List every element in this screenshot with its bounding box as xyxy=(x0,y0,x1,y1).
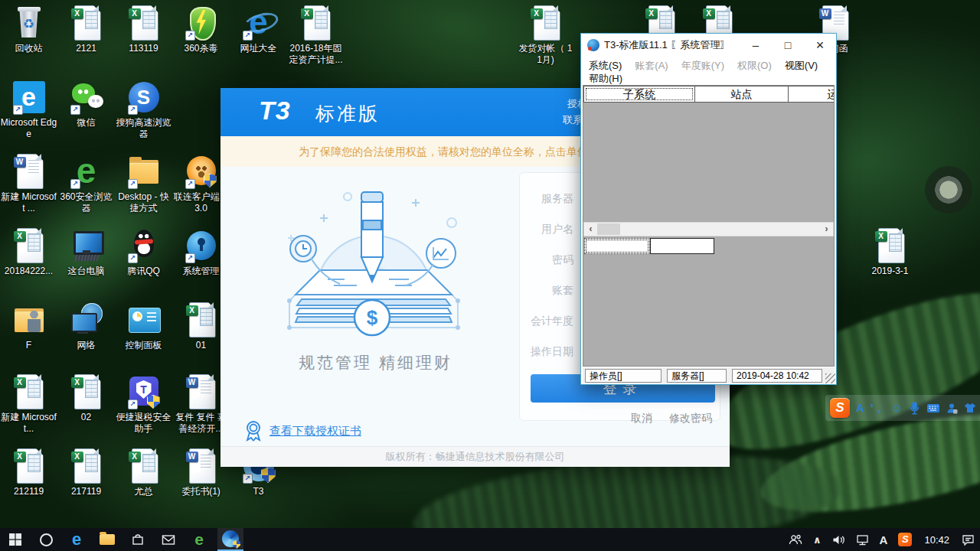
menu-item-3[interactable]: 权限(O) xyxy=(737,60,772,71)
account-icon[interactable] xyxy=(946,403,958,414)
volume-button[interactable] xyxy=(827,528,851,551)
people-button[interactable] xyxy=(783,528,808,551)
excel-icon xyxy=(68,373,105,410)
titlebar[interactable]: T3-标准版11.1 〖系统管理〗 xyxy=(581,34,836,57)
finance-illustration: $ xyxy=(274,180,473,348)
taskbar-store[interactable] xyxy=(122,528,153,551)
network-icon xyxy=(856,534,869,546)
desktop-icon-尤总[interactable]: 尤总 xyxy=(115,448,172,497)
shield360-icon xyxy=(183,5,220,41)
edge-icon xyxy=(72,530,81,549)
desktop-icon-360杀毒[interactable]: 360杀毒 xyxy=(172,5,230,54)
grid-cell[interactable] xyxy=(650,238,714,254)
desktop-icon-回收站[interactable]: 回收站 xyxy=(0,5,57,54)
folder-icon xyxy=(126,153,162,190)
wechat-icon xyxy=(68,79,105,116)
desktop-icon-F[interactable]: F xyxy=(0,302,57,351)
word-icon xyxy=(183,373,220,410)
desktop-icon-212119[interactable]: 212119 xyxy=(0,448,57,497)
tray-overflow-chevron[interactable]: ∧ xyxy=(808,528,827,551)
icon-label: 新建 Microsoft ... xyxy=(0,191,57,214)
grid-cell-selected[interactable] xyxy=(584,238,650,254)
voice-icon[interactable] xyxy=(909,402,920,415)
keyboard-icon[interactable] xyxy=(926,403,940,413)
menu-item-0[interactable]: 系统(S) xyxy=(589,60,622,71)
desktop-icon-便捷退税安全助手[interactable]: 便捷退税安全助手 xyxy=(115,373,172,435)
desktop-icon-微信[interactable]: 微信 xyxy=(57,79,115,129)
change-password-link[interactable]: 修改密码 xyxy=(669,412,712,424)
column-header-status[interactable]: 运行 xyxy=(789,86,835,103)
desktop-icon-Desktop - 快捷方式[interactable]: Desktop - 快捷方式 xyxy=(115,153,172,214)
taskbar-mail[interactable] xyxy=(153,528,184,551)
desktop-icon-2121[interactable]: 2121 xyxy=(57,5,115,54)
desktop-icon-网址大全[interactable]: 网址大全 xyxy=(230,5,287,54)
start-button[interactable] xyxy=(0,528,31,551)
desktop-icon-发货对帐（ 11月)[interactable]: 发货对帐（ 11月) xyxy=(517,5,574,66)
desktop-icon-20184222...[interactable]: 20184222... xyxy=(0,227,57,277)
menu-item-1[interactable]: 账套(A) xyxy=(635,60,668,71)
input-language-indicator[interactable]: A xyxy=(874,528,893,551)
desktop-icon-新建 Microsoft...[interactable]: 新建 Microsoft... xyxy=(0,373,57,435)
scroll-right-arrow-icon[interactable] xyxy=(820,223,833,236)
desktop-icon-网络[interactable]: 网络 xyxy=(57,302,115,351)
desktop-icon-控制面板[interactable]: 控制面板 xyxy=(115,302,172,351)
sysadmin-icon xyxy=(183,227,220,264)
maximize-button[interactable] xyxy=(772,34,804,57)
window-title: T3-标准版11.1 〖系统管理〗 xyxy=(604,38,740,52)
desktop-icon-腾讯QQ[interactable]: 腾讯QQ xyxy=(115,227,172,277)
excel-icon xyxy=(68,5,105,41)
excel-icon xyxy=(126,448,162,484)
skin-icon[interactable] xyxy=(964,403,976,413)
taskbar-360browser[interactable] xyxy=(184,528,214,551)
clock[interactable]: 10:42 xyxy=(917,528,956,551)
menu-help[interactable]: 帮助(H) xyxy=(589,73,622,84)
sogou-tray-button[interactable]: S xyxy=(893,528,917,551)
scroll-left-arrow-icon[interactable] xyxy=(584,223,597,236)
desktop-icon-搜狗高速浏览器[interactable]: 搜狗高速浏览器 xyxy=(115,79,172,140)
sogou-logo[interactable]: S xyxy=(830,398,850,418)
desktop-icon-02[interactable]: 02 xyxy=(57,373,115,423)
cortana-button[interactable] xyxy=(31,528,61,551)
desktop-icon-360安全浏览器[interactable]: 360安全浏览器 xyxy=(57,153,115,214)
input-mode-icon[interactable]: A xyxy=(856,399,864,416)
menu-item-2[interactable]: 年度账(Y) xyxy=(681,60,724,71)
view-certificate-link[interactable]: 查看下载授权证书 xyxy=(270,424,361,439)
excel-icon xyxy=(298,5,335,41)
desktop-icon-这台电脑[interactable]: 这台电脑 xyxy=(57,227,115,277)
desktop-icon-新建 Microsoft ...[interactable]: 新建 Microsoft ... xyxy=(0,153,57,214)
column-header-subsystem[interactable]: 子系统 xyxy=(583,86,695,103)
edge-icon xyxy=(11,79,47,116)
shortcut-arrow-icon xyxy=(243,474,253,484)
excel-icon xyxy=(528,5,564,41)
cpanel-icon xyxy=(126,302,162,338)
desktop-icon-2016-18年固定资产计提...[interactable]: 2016-18年固定资产计提... xyxy=(287,5,345,66)
action-center-button[interactable] xyxy=(956,528,980,551)
icon-label: T3 xyxy=(230,486,287,497)
taskbar-explorer[interactable] xyxy=(92,528,122,551)
shortcut-arrow-icon xyxy=(243,31,253,41)
punctuation-icon[interactable]: ’， xyxy=(871,399,885,416)
taskbar-edge[interactable] xyxy=(61,528,92,551)
scrollbar-thumb[interactable] xyxy=(597,223,620,235)
desktop-icon-113119[interactable]: 113119 xyxy=(115,5,172,54)
network-button[interactable] xyxy=(851,528,874,551)
edition-label: 标准版 xyxy=(315,101,380,126)
column-header-site[interactable]: 站点 xyxy=(695,86,789,103)
desktop-icon-Microsoft Edge[interactable]: Microsoft Edge xyxy=(0,79,57,140)
shortcut-arrow-icon xyxy=(13,105,23,115)
desktop-icon-2019-3-1[interactable]: 2019-3-1 xyxy=(861,227,919,277)
wallpaper-circle xyxy=(925,166,972,214)
speaker-icon xyxy=(832,534,845,546)
status-bar: 操作员[]服务器[]2019-04-28 10:42 xyxy=(583,367,835,383)
horizontal-scrollbar[interactable] xyxy=(583,222,834,236)
resize-grip[interactable] xyxy=(825,373,835,383)
minimize-button[interactable] xyxy=(740,34,772,57)
menu-item-4[interactable]: 视图(V) xyxy=(785,60,818,71)
desktop-icon-217119[interactable]: 217119 xyxy=(57,448,115,497)
cancel-link[interactable]: 取消 xyxy=(631,412,652,424)
taskbar-t3-active[interactable] xyxy=(217,528,243,551)
close-button[interactable] xyxy=(804,34,836,57)
emoji-icon[interactable]: ☺ xyxy=(891,399,903,416)
copyright: 版权所有：畅捷通信息技术股份有限公司 xyxy=(220,446,730,467)
form-label-4: 会计年度 xyxy=(526,313,573,328)
